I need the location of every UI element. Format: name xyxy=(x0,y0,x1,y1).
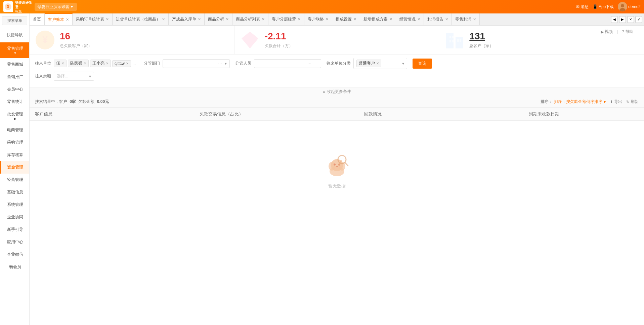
help-link[interactable]: ? 帮助 xyxy=(622,29,633,35)
svg-rect-14 xyxy=(457,39,459,42)
sidebar-item-retail-mall[interactable]: 零售商城 xyxy=(0,58,29,71)
unit-tag-3[interactable]: cjttcw ✕ xyxy=(112,60,131,67)
tab-close-purchase-order[interactable]: ✕ xyxy=(106,17,109,22)
unit-tag-1-remove[interactable]: ✕ xyxy=(84,62,86,65)
tab-close-all-button[interactable]: ✕ xyxy=(627,16,634,23)
debit-customers-label: 总欠款客户（家） xyxy=(60,43,92,49)
tab-expand-button[interactable]: ⤢ xyxy=(635,16,642,23)
tab-prev-button[interactable]: ◀ xyxy=(611,16,618,23)
tab-close-customer-layer[interactable]: ✕ xyxy=(298,17,301,22)
sort-selector[interactable]: 排序： 排序：按欠款金额倒序排序 ▾ xyxy=(541,99,606,105)
tab-close-product-inbound[interactable]: ✕ xyxy=(198,17,201,22)
logo-text-line1: 畅捷通好生意 xyxy=(15,0,33,9)
collapse-toggle[interactable]: ∧ 收起更多条件 xyxy=(30,87,644,96)
tab-purchase-order-stats[interactable]: 采购订单统计表 ✕ xyxy=(73,13,113,26)
sidebar-item-marketing[interactable]: 营销推广 xyxy=(0,71,29,83)
sidebar-item-guide[interactable]: 新手引导 xyxy=(0,223,29,236)
sidebar-item-chang-member[interactable]: 畅会员 xyxy=(0,261,29,273)
sidebar-item-wholesale[interactable]: 批发管理 ▶ xyxy=(0,108,29,124)
quick-nav-item[interactable]: 快捷导航 xyxy=(0,30,29,41)
empty-illustration xyxy=(322,148,352,179)
search-result-info: 搜索结果中，客户 0家 欠款金额 0.00元 排序： 排序：按欠款金额倒序排序 … xyxy=(30,96,644,108)
tab-close-add-commission[interactable]: ✕ xyxy=(389,17,392,22)
total-customers-label: 总客户（家） xyxy=(469,43,493,49)
sidebar-item-finance[interactable]: 资金管理 xyxy=(0,161,29,174)
sidebar-item-basic-info[interactable]: 基础信息 xyxy=(0,186,29,198)
tab-product-analysis[interactable]: 商品分析 ✕ xyxy=(205,13,232,26)
unit-category-label: 往来单位分类 xyxy=(327,61,351,66)
category-tag-remove[interactable]: ✕ xyxy=(376,62,379,65)
message-icon: ✉ xyxy=(576,4,579,9)
svg-rect-10 xyxy=(449,36,451,38)
export-button[interactable]: ⬆ 导出 xyxy=(610,99,622,105)
sidebar-item-app-center[interactable]: 应用中心 xyxy=(0,236,29,248)
sidebar-item-system[interactable]: 系统管理 xyxy=(0,198,29,211)
workspace-selector[interactable]: 母婴行业演示账套 ▾ xyxy=(35,3,77,11)
balance-filter-select[interactable]: 选择... ▾ xyxy=(54,72,94,81)
sidebar-item-retail-stats[interactable]: 零售统计 xyxy=(0,96,29,108)
tab-profit-report[interactable]: 利润报告 ✕ xyxy=(424,13,452,26)
sidebar-item-operations[interactable]: 经营管理 xyxy=(0,174,29,186)
video-link[interactable]: ▶ 视频 xyxy=(601,29,613,35)
tab-product-analysis-list[interactable]: 商品分析列表 ✕ xyxy=(232,13,268,26)
col-debt-info: 欠款交易信息（占比） xyxy=(200,111,364,117)
refresh-button[interactable]: ↻ 刷新 xyxy=(626,99,639,105)
person-filter-input[interactable]: ··· xyxy=(254,59,321,68)
sidebar-item-inventory[interactable]: 库存核算 xyxy=(0,149,29,161)
tab-product-inbound[interactable]: 产成品入库单 ✕ xyxy=(169,13,205,26)
tab-business-situation[interactable]: 经营情况 ✕ xyxy=(396,13,424,26)
sidebar-item-retail-management[interactable]: 零售管理 ▼ xyxy=(0,42,29,58)
unit-category-select[interactable]: 普通客户 ✕ ▾ xyxy=(353,58,407,69)
tab-commission-setting[interactable]: 提成设置 ✕ xyxy=(332,13,360,26)
tab-customer-contact[interactable]: 客户联络 ✕ xyxy=(304,13,332,26)
svg-rect-9 xyxy=(456,37,463,48)
tab-customer-ledger[interactable]: 客户账本 ✕ xyxy=(45,13,73,26)
tab-inbound-stats[interactable]: 进货单统计表（按商品） ✕ xyxy=(113,13,169,26)
diamond-bg-icon xyxy=(240,30,260,50)
unit-tag-3-remove[interactable]: ✕ xyxy=(126,62,129,65)
phone-icon: 📱 xyxy=(593,4,598,9)
unit-tag-0[interactable]: 佤 ✕ xyxy=(54,60,67,67)
search-menu-button[interactable]: 搜索菜单 xyxy=(2,16,27,25)
query-button[interactable]: 查询 xyxy=(413,59,432,69)
sidebar-item-purchase[interactable]: 采购管理 xyxy=(0,136,29,149)
tab-close-customer-ledger[interactable]: ✕ xyxy=(66,17,69,22)
dept-filter-select[interactable]: ··· ▾ xyxy=(163,59,230,68)
app-download-button[interactable]: 📱 App下载 xyxy=(593,4,614,10)
content-area: 首页 客户账本 ✕ 采购订单统计表 ✕ 进货单统计表（按商品） ✕ 产成品入库单… xyxy=(30,13,644,325)
svg-point-22 xyxy=(336,166,338,167)
unit-tag-2[interactable]: 王小亮 ✕ xyxy=(90,60,111,67)
balance-select-arrow: ▾ xyxy=(89,74,91,79)
tab-close-business[interactable]: ✕ xyxy=(417,17,420,22)
tab-close-inbound[interactable]: ✕ xyxy=(162,17,165,22)
message-button[interactable]: ✉ 消息 xyxy=(576,4,589,10)
tab-close-retail-profit[interactable]: ✕ xyxy=(473,17,476,22)
help-icon: ? xyxy=(622,30,624,34)
category-tag-0[interactable]: 普通客户 ✕ xyxy=(356,60,381,67)
unit-tag-2-remove[interactable]: ✕ xyxy=(106,62,109,65)
debt-total-label: 欠款合计（万） xyxy=(265,43,293,49)
page-content: ¥ 16 总欠款客户（家） -2.11 xyxy=(30,26,644,325)
tab-customer-layer[interactable]: 客户分层经营 ✕ xyxy=(268,13,304,26)
unit-tag-1[interactable]: 陈民强 ✕ xyxy=(68,60,89,67)
unit-tag-0-remove[interactable]: ✕ xyxy=(61,62,64,65)
tab-next-button[interactable]: ▶ xyxy=(619,16,626,23)
tab-close-customer-contact[interactable]: ✕ xyxy=(326,17,329,22)
svg-rect-13 xyxy=(452,40,454,42)
user-avatar[interactable]: demo2 xyxy=(618,2,641,11)
building-bg-icon xyxy=(444,30,465,50)
sidebar-item-enterprise-collab[interactable]: 企业协同 xyxy=(0,211,29,223)
sidebar-item-member-center[interactable]: 会员中心 xyxy=(0,83,29,96)
tab-retail-profit[interactable]: 零售利润 ✕ xyxy=(452,13,480,26)
tab-home[interactable]: 首页 xyxy=(30,13,45,26)
tab-close-commission[interactable]: ✕ xyxy=(353,17,356,22)
sidebar-item-enterprise-wechat[interactable]: 企业微信 xyxy=(0,248,29,261)
tab-close-product-analysis[interactable]: ✕ xyxy=(226,17,229,22)
sidebar-item-ecommerce[interactable]: 电商管理 xyxy=(0,124,29,136)
debit-customers-value: 16 xyxy=(60,31,92,42)
filter-more-button[interactable]: ... xyxy=(132,61,136,66)
filter-row-2: 往来余额 选择... ▾ xyxy=(35,72,639,81)
tab-close-product-list[interactable]: ✕ xyxy=(262,17,265,22)
tab-add-commission[interactable]: 新增提成方案 ✕ xyxy=(360,13,396,26)
tab-close-profit[interactable]: ✕ xyxy=(445,17,448,22)
